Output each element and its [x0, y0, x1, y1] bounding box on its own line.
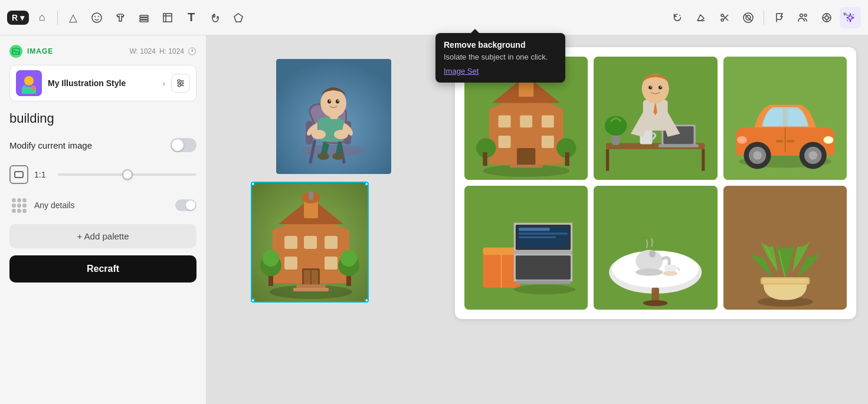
svg-point-11	[721, 14, 723, 17]
svg-point-55	[336, 100, 339, 104]
people-icon[interactable]	[792, 7, 814, 28]
svg-rect-98	[606, 149, 609, 171]
flag-icon[interactable]	[769, 7, 790, 28]
toolbar-right	[667, 7, 861, 28]
svg-rect-154	[762, 278, 808, 283]
crop-icon[interactable]	[157, 7, 178, 28]
svg-point-147	[636, 269, 663, 277]
layers-icon[interactable]	[133, 7, 155, 28]
svg-point-112	[660, 86, 661, 87]
svg-rect-73	[293, 288, 329, 291]
svg-point-39	[181, 82, 183, 84]
eraser-icon[interactable]	[690, 7, 712, 28]
svg-point-21	[825, 16, 828, 19]
grid-item-table[interactable]	[594, 186, 717, 309]
svg-rect-124	[776, 140, 784, 142]
resize-handle-tr[interactable]	[365, 182, 369, 186]
detail-row: Any details	[9, 196, 196, 215]
svg-point-34	[31, 86, 35, 90]
modify-label: Modify current image	[9, 140, 92, 150]
svg-point-150	[663, 271, 678, 276]
scissors-icon[interactable]	[714, 7, 735, 28]
svg-rect-5	[140, 20, 148, 22]
add-palette-button[interactable]: + Add palette	[9, 224, 196, 248]
grid-item-plant[interactable]	[723, 186, 847, 309]
svg-point-49	[334, 130, 348, 139]
canvas-area	[207, 35, 868, 404]
style-selector[interactable]: My Illustration Style ›	[9, 65, 196, 101]
ratio-slider[interactable]	[58, 173, 196, 176]
brand-arrow: ▾	[20, 13, 24, 22]
remove-bg-tooltip: Remove background Isolate the subject in…	[435, 33, 565, 83]
svg-rect-93	[483, 152, 487, 166]
canvas-image-building-selected[interactable]	[251, 182, 369, 303]
style-name-label: My Illustration Style	[48, 78, 156, 88]
history-icon[interactable]	[667, 7, 688, 28]
hand-icon[interactable]	[204, 7, 225, 28]
svg-rect-65	[304, 236, 317, 249]
undo-button[interactable]	[837, 6, 859, 27]
svg-rect-137	[519, 237, 556, 238]
target-icon[interactable]	[816, 7, 837, 28]
pen-tool-icon[interactable]: △	[63, 7, 84, 28]
svg-rect-68	[325, 257, 338, 270]
style-arrow-icon: ›	[162, 78, 165, 88]
ratio-slider-thumb[interactable]	[122, 169, 133, 180]
recraft-button[interactable]: Recraft	[9, 255, 196, 283]
shirt-icon[interactable]	[110, 7, 131, 28]
shape-icon[interactable]	[228, 7, 249, 28]
svg-rect-85	[499, 115, 511, 127]
svg-point-50	[317, 153, 329, 160]
svg-rect-132	[516, 280, 571, 284]
svg-rect-67	[284, 257, 297, 270]
svg-rect-138	[514, 251, 572, 254]
svg-point-1	[94, 16, 96, 17]
remove-bg-icon[interactable]	[738, 7, 759, 28]
text-icon[interactable]: T	[181, 7, 202, 28]
svg-rect-91	[509, 165, 543, 167]
grid-item-laptop[interactable]	[464, 186, 588, 309]
image-height: H: 1024	[159, 47, 184, 55]
grid-item-office-man[interactable]	[594, 57, 717, 180]
svg-rect-125	[787, 140, 794, 142]
ratio-icon	[9, 165, 28, 184]
canvas-image-woman[interactable]	[276, 59, 391, 174]
detail-toggle[interactable]	[175, 199, 196, 211]
brand-button[interactable]: R ▾	[7, 11, 29, 25]
tooltip-subtitle: Isolate the subject in one click.	[444, 51, 557, 63]
panel-type-label: IMAGE	[27, 47, 53, 55]
tooltip-link[interactable]: Image Set	[444, 65, 479, 77]
image-grid	[464, 57, 847, 310]
svg-point-12	[721, 19, 723, 21]
svg-point-48	[312, 130, 326, 139]
svg-point-51	[332, 153, 344, 160]
svg-point-120	[808, 151, 817, 160]
resize-handle-bl[interactable]	[251, 298, 255, 303]
resize-handle-tl[interactable]	[251, 182, 255, 186]
svg-point-110	[659, 86, 662, 89]
svg-point-9	[679, 15, 680, 16]
svg-point-38	[178, 80, 180, 82]
grid-item-car[interactable]	[723, 57, 847, 180]
face-icon[interactable]	[86, 7, 107, 28]
resize-handle-br[interactable]	[365, 298, 369, 303]
top-toolbar: R ▾ ⌂ △ T	[0, 0, 868, 35]
svg-point-33	[23, 85, 27, 88]
image-grid-panel	[455, 47, 856, 319]
modify-row: Modify current image	[9, 138, 196, 152]
panel-header: IMAGE W: 1024 H: 1024 🕐	[9, 45, 196, 58]
svg-point-76	[263, 250, 279, 267]
svg-rect-90	[517, 148, 535, 165]
style-adjust-button[interactable]	[171, 74, 190, 93]
svg-point-79	[340, 250, 357, 267]
svg-rect-135	[519, 228, 549, 231]
svg-rect-131	[516, 256, 571, 280]
home-icon[interactable]: ⌂	[31, 7, 53, 28]
svg-rect-95	[565, 152, 569, 166]
svg-rect-72	[296, 284, 326, 288]
modify-toggle[interactable]	[171, 138, 196, 152]
svg-point-117	[753, 151, 762, 160]
tooltip-title: Remove background	[444, 39, 557, 51]
style-thumbnail	[16, 70, 42, 96]
svg-rect-4	[140, 18, 148, 19]
